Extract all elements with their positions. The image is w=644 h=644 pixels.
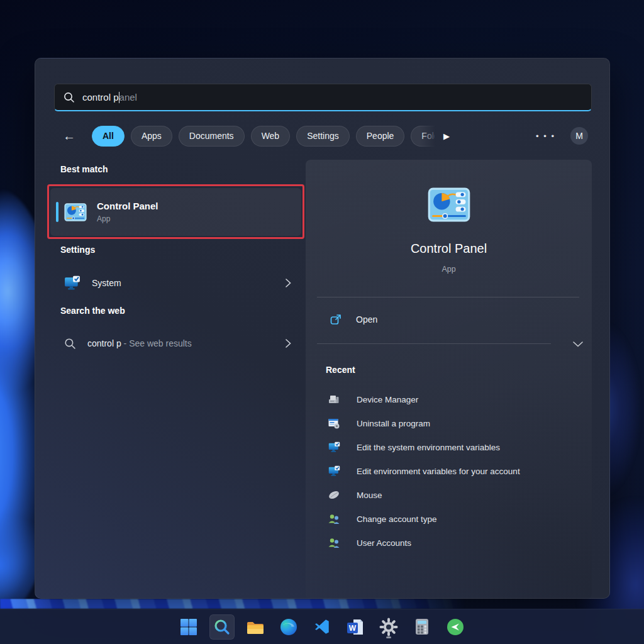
uninstall-program-icon: [328, 417, 340, 430]
recent-header: Recent: [326, 365, 355, 375]
green-arrow-app-button[interactable]: [443, 614, 468, 640]
back-arrow-icon[interactable]: ←: [63, 129, 75, 143]
best-match-title: Control Panel: [97, 201, 158, 211]
search-button[interactable]: [209, 614, 235, 640]
recent-item-account-env-variables[interactable]: Edit environment variables for your acco…: [306, 459, 592, 483]
selection-accent-bar: [56, 202, 58, 222]
chevron-down-icon[interactable]: [573, 338, 583, 350]
recent-item-change-account-type[interactable]: Change account type: [306, 507, 592, 531]
web-search-icon: [64, 338, 76, 350]
start-search-panel: control p anel ← All Apps Documents Web …: [35, 58, 610, 599]
divider: [317, 297, 579, 297]
web-query-text: control p: [87, 338, 121, 348]
system-monitor-icon: [64, 275, 80, 291]
preview-title: Control Panel: [306, 242, 592, 256]
filter-tabs: All Apps Documents Web Settings People F…: [92, 126, 435, 147]
tab-folders[interactable]: Folders: [411, 126, 435, 147]
open-action[interactable]: Open: [330, 307, 377, 332]
best-match-item[interactable]: Control Panel App: [50, 188, 301, 236]
tabs-overflow-arrow-icon[interactable]: ▶: [443, 131, 450, 141]
file-explorer-icon: [246, 618, 265, 636]
result-web-search[interactable]: control p - See web results: [50, 329, 301, 358]
chevron-right-icon: [286, 339, 291, 348]
system-monitor-icon: [328, 441, 340, 453]
best-match-header: Best match: [60, 164, 108, 174]
edge-button[interactable]: [276, 614, 301, 640]
calculator-button[interactable]: [409, 614, 435, 640]
user-avatar[interactable]: M: [570, 127, 588, 145]
best-match-subtitle: App: [97, 214, 158, 223]
search-icon: [213, 618, 231, 636]
recent-item-system-env-variables[interactable]: Edit the system environment variables: [306, 435, 592, 459]
search-input[interactable]: control p anel: [54, 84, 592, 111]
word-icon: W: [346, 618, 365, 636]
preview-pane: Control Panel App Open Recent: [306, 160, 592, 599]
start-button[interactable]: [176, 614, 201, 640]
web-suffix-text: - See web results: [121, 338, 192, 348]
wallpaper-bloom-bottom: [0, 599, 465, 609]
user-accounts-icon: [328, 536, 340, 549]
tab-people[interactable]: People: [356, 126, 405, 147]
result-system[interactable]: System: [50, 269, 301, 297]
tab-web[interactable]: Web: [251, 126, 291, 147]
open-action-label: Open: [356, 314, 377, 325]
start-icon: [180, 618, 197, 636]
result-system-label: System: [92, 278, 121, 288]
word-button[interactable]: W: [343, 614, 368, 640]
recent-item-uninstall-program[interactable]: Uninstall a program: [306, 411, 592, 435]
filter-bar: ← All Apps Documents Web Settings People…: [54, 124, 592, 148]
search-icon: [64, 92, 75, 103]
recent-item-mouse[interactable]: Mouse: [306, 483, 592, 507]
tab-documents[interactable]: Documents: [179, 126, 245, 147]
device-manager-icon: [328, 393, 340, 406]
chevron-right-icon: [286, 279, 291, 287]
tab-apps[interactable]: Apps: [131, 126, 172, 147]
vscode-icon: [313, 618, 331, 636]
running-indicator: [386, 636, 391, 638]
calculator-icon: [413, 618, 431, 636]
vscode-button[interactable]: [309, 614, 335, 640]
more-options-icon[interactable]: • • •: [536, 131, 555, 141]
search-query-text: control p: [82, 92, 119, 103]
recent-item-user-accounts[interactable]: User Accounts: [306, 531, 592, 555]
user-accounts-icon: [328, 513, 340, 525]
file-explorer-button[interactable]: [243, 614, 268, 640]
system-monitor-icon: [328, 465, 340, 477]
settings-section-header: Settings: [60, 245, 95, 255]
settings-button[interactable]: [376, 614, 401, 640]
preview-subtitle: App: [306, 265, 592, 274]
tab-all[interactable]: All: [92, 126, 125, 147]
svg-text:W: W: [349, 624, 357, 633]
web-section-header: Search the web: [60, 306, 125, 316]
control-panel-icon-large: [428, 187, 470, 225]
control-panel-icon: [64, 203, 87, 221]
recent-item-device-manager[interactable]: Device Manager: [306, 387, 592, 411]
settings-gear-icon: [379, 618, 398, 636]
green-arrow-app-icon: [446, 618, 465, 636]
edge-icon: [279, 618, 298, 636]
open-external-icon: [330, 313, 342, 326]
search-suggestion-text: anel: [119, 92, 137, 103]
tab-settings[interactable]: Settings: [296, 126, 350, 147]
mouse-icon: [328, 489, 340, 501]
divider: [317, 343, 551, 344]
desktop: control p anel ← All Apps Documents Web …: [0, 0, 644, 644]
taskbar: W: [0, 609, 644, 644]
recent-list: Device Manager Uninstall a program: [306, 387, 592, 555]
